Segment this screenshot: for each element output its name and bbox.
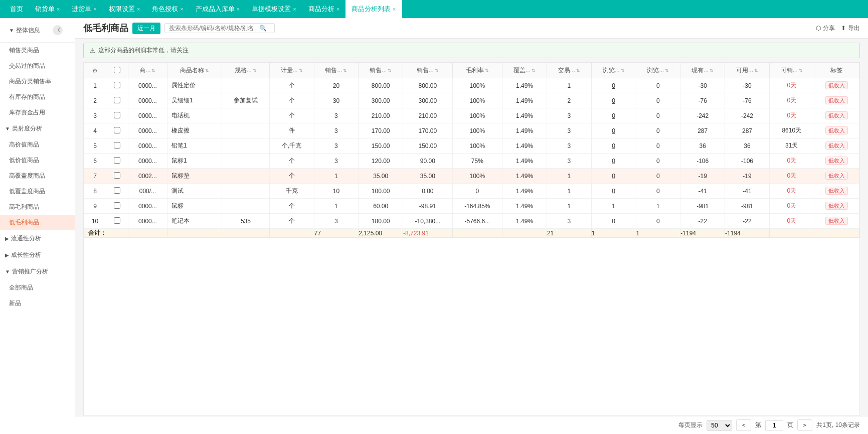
row-views1[interactable]: 0	[591, 78, 636, 93]
sidebar-group-overall[interactable]: ▼ 整体信息	[4, 22, 45, 39]
sidebar-item-stock-products[interactable]: 有库存的商品	[0, 89, 75, 105]
row-name[interactable]: 吴细细1	[167, 93, 222, 108]
row-checkbox[interactable]	[114, 217, 120, 224]
sidebar-item-high-margin[interactable]: 高毛利商品	[0, 199, 75, 215]
sidebar-item-low-value[interactable]: 低价值商品	[0, 153, 75, 168]
col-unit[interactable]: 计量...⇅	[269, 63, 314, 78]
row-name[interactable]: 鼠标1	[167, 154, 222, 169]
row-unit: 个,千克	[269, 138, 314, 154]
close-icon[interactable]: ×	[180, 6, 183, 12]
sidebar-group-circulation[interactable]: ▶ 流通性分析	[0, 230, 75, 247]
row-checkbox[interactable]	[114, 142, 120, 149]
sidebar-item-traded-products[interactable]: 交易过的商品	[0, 58, 75, 74]
row-views2: 0	[636, 138, 680, 154]
sidebar-item-category-rate[interactable]: 商品分类销售率	[0, 74, 75, 89]
row-name[interactable]: 属性定价	[167, 78, 222, 93]
row-checkbox[interactable]	[114, 97, 120, 103]
sidebar-item-low-margin[interactable]: 低毛利商品	[0, 215, 75, 230]
close-icon[interactable]: ×	[393, 6, 396, 12]
row-views1[interactable]: 0	[591, 214, 636, 229]
row-views1[interactable]: 0	[591, 169, 636, 184]
per-page-select[interactable]: 50 100 200	[707, 420, 732, 431]
row-unit: 个	[269, 78, 314, 93]
sidebar-group-growth[interactable]: ▶ 成长性分析	[0, 247, 75, 263]
page-number-input[interactable]	[765, 420, 783, 430]
row-checkbox[interactable]	[114, 127, 120, 133]
nav-purchase-order[interactable]: 进货单 ×	[66, 0, 102, 18]
sidebar-group-marketing[interactable]: ▼ 营销推广分析	[0, 263, 75, 280]
col-gross-margin[interactable]: 毛利率⇅	[452, 63, 502, 78]
row-checkbox[interactable]	[114, 202, 120, 209]
row-name[interactable]: 鼠标	[167, 199, 222, 214]
row-views1[interactable]: 0	[591, 123, 636, 138]
nav-home[interactable]: 首页	[4, 0, 29, 18]
search-input[interactable]	[169, 25, 259, 32]
col-sales-qty[interactable]: 销售...⇅	[314, 63, 359, 78]
nav-template-settings[interactable]: 单据模板设置 ×	[246, 0, 302, 18]
sidebar-item-low-coverage[interactable]: 低覆盖度商品	[0, 184, 75, 199]
row-name[interactable]: 电话机	[167, 108, 222, 123]
close-icon[interactable]: ×	[93, 6, 96, 12]
col-tag[interactable]: 标签	[814, 63, 859, 78]
export-button[interactable]: ⬆ 导出	[841, 24, 860, 33]
sidebar-item-all-products[interactable]: 全部商品	[0, 280, 75, 296]
nav-product-analysis[interactable]: 商品分析 ×	[302, 0, 345, 18]
nav-sales-order[interactable]: 销货单 ×	[29, 0, 66, 18]
collapse-button[interactable]: 《	[53, 25, 63, 35]
col-transactions[interactable]: 交易...⇅	[547, 63, 591, 78]
nav-permissions[interactable]: 权限设置 ×	[103, 0, 146, 18]
filter-recent-month-button[interactable]: 近一月	[132, 23, 160, 34]
row-name[interactable]: 测试	[167, 184, 222, 199]
col-current-stock[interactable]: 现有...⇅	[680, 63, 725, 78]
sidebar-item-sales-products[interactable]: 销售类商品	[0, 43, 75, 58]
row-code: 0000...	[128, 138, 167, 154]
sidebar-item-high-value[interactable]: 高价值商品	[0, 137, 75, 153]
close-icon[interactable]: ×	[336, 6, 339, 12]
sidebar-group-analysis[interactable]: ▼ 类射度分析	[0, 120, 75, 137]
row-views1[interactable]: 1	[591, 199, 636, 214]
col-available-stock[interactable]: 可用...⇅	[725, 63, 770, 78]
col-code[interactable]: 商...⇅	[128, 63, 167, 78]
row-name[interactable]: 橡皮擦	[167, 123, 222, 138]
row-views1[interactable]: 0	[591, 108, 636, 123]
row-checkbox[interactable]	[114, 187, 120, 194]
search-icon[interactable]: 🔍	[259, 25, 267, 32]
select-all-checkbox[interactable]	[114, 67, 120, 73]
close-icon[interactable]: ×	[293, 6, 296, 12]
close-icon[interactable]: ×	[137, 6, 140, 12]
col-name[interactable]: 商品名称⇅	[167, 63, 222, 78]
col-sales-amount[interactable]: 销售...⇅	[359, 63, 403, 78]
nav-product-entry[interactable]: 产成品入库单 ×	[190, 0, 246, 18]
nav-role-auth[interactable]: 角色授权 ×	[146, 0, 189, 18]
row-name[interactable]: 鼠标垫	[167, 169, 222, 184]
row-checkbox[interactable]	[114, 112, 120, 118]
col-sellable-days[interactable]: 可销...⇅	[769, 63, 814, 78]
close-icon[interactable]: ×	[237, 6, 240, 12]
row-views1[interactable]: 0	[591, 154, 636, 169]
row-checkbox[interactable]	[114, 172, 120, 179]
col-coverage[interactable]: 覆盖...⇅	[502, 63, 547, 78]
share-button[interactable]: ⬡ 分享	[816, 24, 835, 33]
row-sales-profit: 150.00	[403, 138, 453, 154]
prev-page-button[interactable]: ＜	[736, 419, 751, 431]
nav-product-analysis-list[interactable]: 商品分析列表 ×	[345, 0, 402, 18]
row-checkbox[interactable]	[114, 82, 120, 88]
col-views1[interactable]: 浏览...⇅	[591, 63, 636, 78]
sidebar-item-new-products[interactable]: 新品	[0, 296, 75, 311]
col-views2[interactable]: 浏览...⇅	[636, 63, 680, 78]
col-settings[interactable]: ⚙	[84, 63, 106, 78]
row-views1[interactable]: 0	[591, 93, 636, 108]
row-views1[interactable]: 0	[591, 138, 636, 154]
close-icon[interactable]: ×	[57, 6, 60, 12]
row-views1[interactable]: 0	[591, 184, 636, 199]
row-name[interactable]: 铅笔1	[167, 138, 222, 154]
row-checkbox[interactable]	[114, 157, 120, 164]
sidebar-item-high-coverage[interactable]: 高覆盖度商品	[0, 168, 75, 184]
col-checkbox[interactable]	[106, 63, 128, 78]
col-sales-profit[interactable]: 销售...⇅	[403, 63, 453, 78]
row-current-stock: -106	[680, 154, 725, 169]
col-spec[interactable]: 规格...⇅	[222, 63, 270, 78]
next-page-button[interactable]: ＞	[797, 419, 812, 431]
sidebar-item-stock-capital[interactable]: 库存资金占用	[0, 105, 75, 120]
row-name[interactable]: 笔记本	[167, 214, 222, 229]
